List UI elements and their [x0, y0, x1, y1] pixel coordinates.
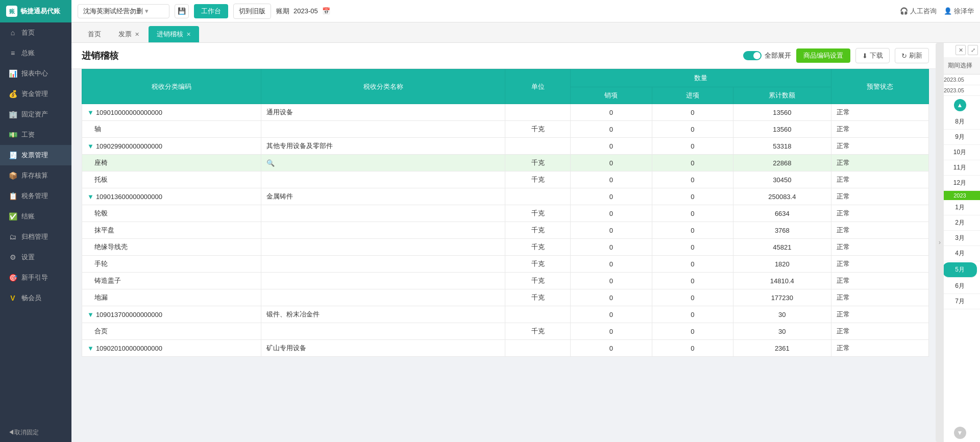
product-code-btn[interactable]: 商品编码设置	[796, 48, 850, 63]
cell-total: 2361	[733, 340, 831, 357]
cell-purchase: 0	[652, 188, 733, 205]
company-selector[interactable]: 沈海英测试经营勿删 ▾	[78, 4, 169, 18]
toggle-thumb	[753, 52, 761, 59]
cell-name: 其他专用设备及零部件	[261, 138, 505, 155]
expand-all-toggle[interactable]: 全部展开	[743, 51, 791, 60]
table-row: 绝缘导线壳千克0045821正常	[82, 239, 929, 256]
inventory-icon: 📦	[8, 171, 17, 180]
month-item[interactable]: 12月	[940, 176, 980, 191]
panel-expand-btn[interactable]: ⤢	[968, 45, 978, 55]
cell-warning: 正常	[831, 171, 928, 188]
cell-code: 手轮	[82, 256, 261, 273]
tab-reconcile-label: 进销稽核	[157, 30, 183, 39]
month-item[interactable]: 10月	[940, 145, 980, 160]
sidebar-item-guide[interactable]: 🎯 新手引导	[0, 267, 71, 288]
tab-reconcile-close-icon[interactable]: ✕	[186, 31, 191, 38]
download-icon: ⬇	[862, 52, 868, 60]
cell-purchase: 0	[652, 289, 733, 306]
cell-purchase: 0	[652, 306, 733, 323]
cell-warning: 正常	[831, 239, 928, 256]
sidebar-item-tax[interactable]: 📋 税务管理	[0, 186, 71, 206]
panel-arrow-down[interactable]: ▼	[954, 427, 966, 439]
user-menu[interactable]: 👤 徐泽华	[944, 7, 974, 16]
sidebar-item-settings[interactable]: ⚙ 设置	[0, 247, 71, 267]
cell-code[interactable]: ▼109013700000000000	[82, 306, 261, 323]
sidebar-item-archive[interactable]: 🗂 归档管理	[0, 227, 71, 247]
table-row: ▼109020100000000000矿山专用设备002361正常	[82, 340, 929, 357]
toggle-track[interactable]	[743, 51, 762, 60]
cell-name	[261, 171, 505, 188]
year-label[interactable]: 2023	[940, 191, 980, 200]
download-btn[interactable]: ⬇ 下载	[855, 48, 890, 63]
month-item[interactable]: 5月	[943, 262, 977, 278]
sidebar-unpin-btn[interactable]: ◀取消固定	[0, 423, 71, 442]
cell-purchase: 0	[652, 138, 733, 155]
month-item[interactable]: 8月	[940, 114, 980, 130]
expand-icon[interactable]: ▼	[87, 193, 94, 201]
cell-unit: 千克	[505, 256, 571, 273]
expand-icon[interactable]: ▼	[87, 142, 94, 150]
panel-title: 期间选择	[940, 57, 980, 75]
cell-code[interactable]: ▼109010000000000000	[82, 104, 261, 121]
month-item[interactable]: 3月	[940, 231, 980, 246]
refresh-btn[interactable]: ↻ 刷新	[895, 48, 929, 63]
sidebar-item-payroll[interactable]: 💵 工资	[0, 125, 71, 145]
search-icon[interactable]: 🔍	[266, 159, 275, 167]
panel-arrows: ▲	[940, 96, 980, 114]
tab-reconcile[interactable]: 进销稽核 ✕	[149, 26, 199, 42]
panel-top-btns: ✕ ⤢	[940, 43, 980, 57]
archive-icon: 🗂	[8, 233, 17, 241]
sidebar-item-reports[interactable]: 📊 报表中心	[0, 63, 71, 84]
sidebar-item-inventory[interactable]: 📦 库存核算	[0, 165, 71, 186]
cell-unit: 千克	[505, 205, 571, 222]
sidebar-item-member[interactable]: V 畅会员	[0, 288, 71, 308]
sidebar-label-inventory: 库存核算	[21, 171, 48, 180]
sidebar-label-archive: 归档管理	[21, 232, 48, 241]
tab-home-label: 首页	[88, 30, 101, 39]
month-item[interactable]: 1月	[940, 200, 980, 215]
month-item[interactable]: 7月	[940, 294, 980, 309]
cell-code[interactable]: ▼109020100000000000	[82, 340, 261, 357]
calendar-icon[interactable]: 📅	[322, 7, 330, 15]
sidebar-item-ledger[interactable]: ≡ 总账	[0, 43, 71, 63]
user-name: 徐泽华	[954, 7, 974, 16]
month-item[interactable]: 9月	[940, 130, 980, 145]
service-label: 人工咨询	[910, 7, 937, 16]
cell-code[interactable]: ▼109013600000000000	[82, 188, 261, 205]
cell-total: 1820	[733, 256, 831, 273]
tab-home[interactable]: 首页	[80, 26, 109, 42]
sidebar-item-funds[interactable]: 💰 资金管理	[0, 84, 71, 104]
month-item[interactable]: 2月	[940, 215, 980, 231]
month-item[interactable]: 4月	[940, 246, 980, 261]
expand-icon[interactable]: ▼	[87, 109, 94, 116]
funds-icon: 💰	[8, 90, 17, 98]
cell-warning: 正常	[831, 289, 928, 306]
panel-toggle-btn[interactable]: ›	[936, 43, 944, 442]
cell-total: 250083.4	[733, 188, 831, 205]
sidebar-item-home[interactable]: ⌂ 首页	[0, 22, 71, 43]
expand-icon[interactable]: ▼	[87, 345, 94, 352]
panel-close-btn[interactable]: ✕	[955, 45, 966, 55]
month-item[interactable]: 11月	[940, 160, 980, 176]
switch-version-btn[interactable]: 切到旧版	[233, 4, 271, 19]
cell-name: 🔍	[261, 155, 505, 171]
month-item[interactable]: 6月	[940, 279, 980, 294]
service-btn[interactable]: 🎧 人工咨询	[900, 7, 937, 16]
panel-arrows-bottom: ▼	[940, 424, 980, 442]
cell-name	[261, 239, 505, 256]
sidebar-item-assets[interactable]: 🏢 固定资产	[0, 104, 71, 125]
tab-invoice-close-icon[interactable]: ✕	[135, 31, 139, 38]
workbench-btn[interactable]: 工作台	[194, 4, 228, 18]
cell-name	[261, 323, 505, 340]
expand-icon[interactable]: ▼	[87, 311, 94, 318]
cell-code[interactable]: ▼109029900000000000	[82, 138, 261, 155]
sidebar-item-invoice[interactable]: 🧾 发票管理	[0, 145, 71, 165]
tab-invoice[interactable]: 发票 ✕	[110, 26, 148, 42]
cell-unit: 千克	[505, 171, 571, 188]
cell-name: 矿山专用设备	[261, 340, 505, 357]
cell-total: 3768	[733, 222, 831, 239]
save-icon-btn[interactable]: 💾	[175, 4, 189, 18]
sidebar-item-settlement[interactable]: ✅ 结账	[0, 206, 71, 227]
member-icon: V	[8, 294, 17, 302]
panel-arrow-up[interactable]: ▲	[954, 99, 966, 111]
